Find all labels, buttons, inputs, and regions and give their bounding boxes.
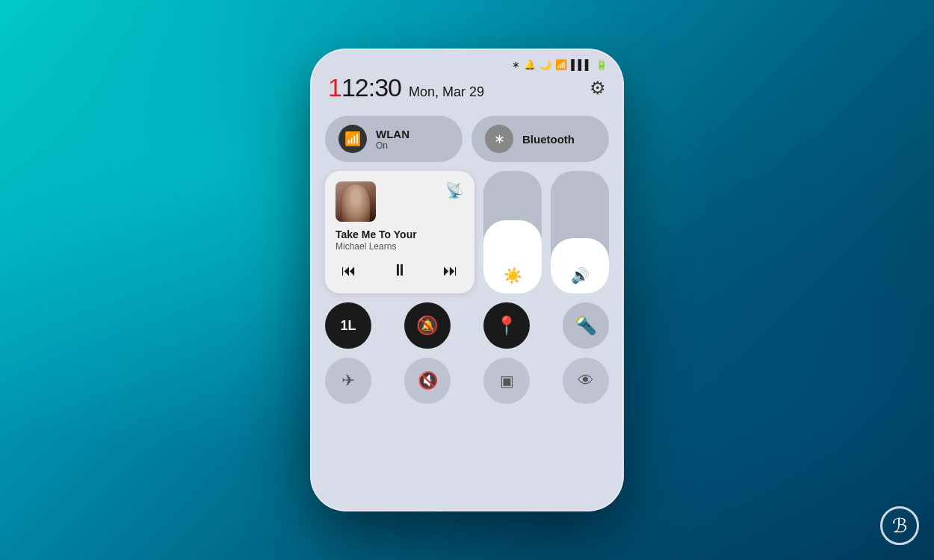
time-colon-red: 1 — [328, 73, 341, 102]
watermark-icon: ℬ — [880, 506, 919, 545]
time-date-group: 112:30 Mon, Mar 29 — [328, 73, 484, 102]
bluetooth-status-icon: ∗ — [512, 59, 520, 70]
next-button[interactable]: ⏭ — [440, 259, 461, 282]
wlan-icon-circle: 📶 — [338, 125, 367, 153]
screen-mirror-button[interactable]: ▣ — [483, 358, 530, 404]
bluetooth-icon: ∗ — [494, 131, 505, 147]
track-artist: Michael Learns — [335, 241, 464, 252]
time-row: 112:30 Mon, Mar 29 ⚙ — [325, 73, 609, 102]
airplay-icon[interactable]: 📡 — [445, 181, 464, 199]
sliders-column: ☀️ 🔊 — [483, 171, 609, 293]
location-icon: 📍 — [495, 315, 518, 336]
signal-status-icon: ▌▌▌ — [571, 59, 592, 70]
mute-icon: 🔕 — [416, 315, 439, 336]
brightness-slider[interactable]: ☀️ — [483, 171, 542, 293]
bluetooth-title: Bluetooth — [522, 133, 575, 146]
wlan-subtitle: On — [376, 140, 409, 151]
mute-button[interactable]: 🔕 — [404, 302, 451, 349]
wlan-tile[interactable]: 📶 WLAN On — [325, 116, 463, 162]
media-info: Take Me To Your Michael Learns — [335, 228, 464, 252]
pause-button[interactable]: ⏸ — [389, 258, 411, 283]
watermark: ℬ — [880, 506, 919, 545]
flashlight-button[interactable]: 🔦 — [563, 302, 609, 349]
moon-status-icon: 🌙 — [539, 59, 551, 70]
status-icons: ∗ 🔔 🌙 📶 ▌▌▌ 🔋 — [512, 59, 607, 70]
flashlight-icon: 🔦 — [575, 315, 597, 336]
battery-status-icon: 🔋 — [596, 59, 607, 70]
oneL-icon: 1L — [340, 318, 356, 334]
middle-row: 📡 Take Me To Your Michael Learns ⏮ ⏸ ⏭ ☀… — [325, 171, 609, 293]
media-card: 📡 Take Me To Your Michael Learns ⏮ ⏸ ⏭ — [325, 171, 474, 293]
screen-mirror-icon: ▣ — [500, 372, 514, 390]
volume-slider[interactable]: 🔊 — [551, 171, 609, 293]
bluetooth-tile[interactable]: ∗ Bluetooth — [471, 116, 609, 162]
location-button[interactable]: 📍 — [483, 302, 530, 349]
media-controls: ⏮ ⏸ ⏭ — [335, 258, 464, 283]
status-bar: ∗ 🔔 🌙 📶 ▌▌▌ 🔋 — [310, 49, 624, 73]
wifi-icon: 📶 — [344, 131, 361, 147]
track-title: Take Me To Your — [335, 228, 464, 241]
volume-icon: 🔊 — [571, 267, 590, 284]
airplane-icon: ✈ — [341, 371, 355, 391]
album-art — [335, 181, 376, 222]
quick-tiles-row: 📶 WLAN On ∗ Bluetooth — [325, 116, 609, 162]
bottom-icons-row: 1L 🔕 📍 🔦 — [325, 302, 609, 349]
last-icons-row: ✈ 🔇 ▣ 👁 — [325, 358, 609, 404]
airplane-button[interactable]: ✈ — [325, 358, 371, 404]
watermark-letter: ℬ — [892, 514, 907, 538]
media-top: 📡 — [335, 181, 464, 222]
control-center-content: 112:30 Mon, Mar 29 ⚙ 📶 WLAN On ∗ — [310, 73, 624, 419]
time-value: 12:30 — [341, 73, 401, 102]
wifi-status-icon: 📶 — [555, 59, 567, 70]
wlan-title: WLAN — [376, 128, 409, 140]
date-display: Mon, Mar 29 — [409, 84, 484, 100]
focus-icon: 👁 — [578, 371, 594, 391]
time-display: 112:30 — [328, 73, 401, 102]
bell-status-icon: 🔔 — [524, 59, 536, 70]
sound-off-button[interactable]: 🔇 — [404, 358, 451, 404]
settings-button[interactable]: ⚙ — [590, 78, 606, 99]
bluetooth-text: Bluetooth — [522, 133, 575, 146]
focus-button[interactable]: 👁 — [563, 358, 609, 404]
phone-frame: ∗ 🔔 🌙 📶 ▌▌▌ 🔋 112:30 Mon, Mar 29 ⚙ 📶 — [310, 49, 624, 511]
bluetooth-icon-circle: ∗ — [485, 125, 513, 153]
brightness-icon: ☀️ — [504, 267, 522, 284]
oneL-button[interactable]: 1L — [325, 302, 371, 349]
sound-off-icon: 🔇 — [418, 371, 438, 391]
prev-button[interactable]: ⏮ — [338, 259, 359, 282]
wlan-text: WLAN On — [376, 128, 409, 151]
